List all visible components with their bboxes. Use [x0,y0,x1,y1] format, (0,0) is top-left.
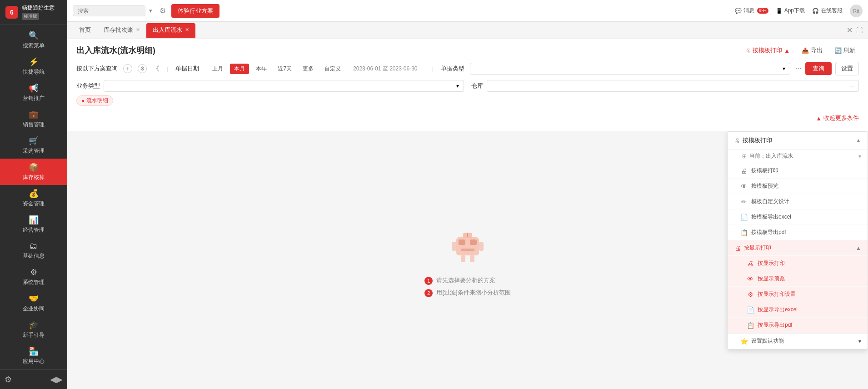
search-chevron-icon[interactable]: ▾ [149,7,152,14]
tag-icon: ● [81,98,85,104]
filter-collapse-icon[interactable]: 《 [152,64,160,74]
print-btn[interactable]: 🖨 按模板打印 ▲ [741,45,793,56]
warehouse-select[interactable]: ··· [487,80,859,92]
sidebar-item-operation[interactable]: 📊 经营管理 [0,211,67,238]
basic-icon: 🗂 [30,241,38,251]
filter-add-btn[interactable]: + [123,64,132,73]
query-btn[interactable]: 查询 [805,62,832,75]
sidebar-label-guide: 新手引导 [23,331,45,339]
set-btn[interactable]: 设置 [835,62,859,75]
star-icon: ⭐ [740,338,748,345]
sidebar-item-cooperation[interactable]: 🤝 企业协同 [0,290,67,316]
sidebar-item-app-center[interactable]: 🏪 应用中心 [0,343,67,369]
dropdown-collapse-icon[interactable]: ▲ [856,137,861,144]
empty-tip-1: 1 请先选择要分析的方案 [424,276,510,285]
dropdown-item-display-print-settings[interactable]: ⚙ 按显示打印设置 [728,287,868,302]
collapse-bar[interactable]: ▲ 收起更多条件 [76,110,859,126]
dropdown-item-template-preview[interactable]: 👁 按模板预览 [728,179,868,194]
sidebar-label-operation: 经营管理 [23,226,45,234]
dropdown-item-template-print[interactable]: 🖨 按模板打印 [728,163,868,179]
display-pdf-icon: 📋 [747,322,754,329]
current-arrow-icon: ▾ [858,153,861,160]
type-label: 单据类型 [441,65,464,73]
template-export-excel-label: 按模板导出excel [751,213,791,221]
current-icon: ⊞ [742,153,747,160]
sidebar-item-finance[interactable]: 💰 资金管理 [0,185,67,211]
tab-home[interactable]: 首页 [73,23,97,38]
tab-batch-ledger-close-icon[interactable]: ✕ [136,27,140,33]
sidebar-label-basic: 基础信息 [23,252,45,260]
biz-type-select[interactable]: ▾ [104,80,464,92]
sidebar-item-quick-nav[interactable]: ⚡ 快捷导航 [0,53,67,80]
app-download-label: App下载 [784,7,805,15]
date-btn-last-month[interactable]: 上月 [208,64,227,74]
operation-icon: 📊 [29,215,39,225]
dropdown-current[interactable]: ⊞ 当前：出入库流水 ▾ [728,150,868,163]
display-print-section-icon: 🖨 [734,244,741,252]
more-dots-icon[interactable]: ··· [796,65,802,73]
tab-batch-ledger[interactable]: 库存批次账 ✕ [97,23,146,38]
sidebar-label-marketing: 营销推广 [23,95,45,102]
dropdown-item-display-export-pdf[interactable]: 📋 按显示导出pdf [728,318,868,333]
dropdown-item-template-export-pdf[interactable]: 📋 按模板导出pdf [728,225,868,240]
topbar-gear-icon[interactable]: ⚙ [160,6,166,15]
app-download-btn[interactable]: 📱 App下载 [776,7,805,15]
online-service-btn[interactable]: 🎧 在线客服 [812,7,843,15]
sidebar-item-marketing[interactable]: 📢 营销推广 [0,80,67,106]
date-btn-more[interactable]: 更多 [299,64,318,74]
svg-rect-6 [452,242,456,251]
dropdown-header: 🖨 按模板打印 ▲ [728,132,868,150]
sidebar-item-system[interactable]: ⚙ 系统管理 [0,264,67,290]
sidebar-item-search[interactable]: 🔍 搜索菜单 [0,27,67,53]
sidebar-item-purchase[interactable]: 🛒 采购管理 [0,132,67,159]
date-btn-this-month[interactable]: 本月 [230,64,249,74]
message-btn[interactable]: 💬 消息 99+ [735,7,768,15]
dropdown-item-set-default[interactable]: ⭐ 设置默认功能 ▾ [728,333,868,349]
avatar[interactable]: Rit [850,5,863,17]
dropdown-item-template-custom[interactable]: ✏ 模板自定义设计 [728,194,868,209]
preview-icon: 👁 [740,183,748,190]
logo-text-block: 畅捷通好生意 标准版 [22,5,55,20]
filter-tag-flow[interactable]: ● 流水明细 [76,95,113,106]
tip-text-1: 请先选择要分析的方案 [436,276,495,284]
biz-type-label: 业务类型 [76,82,100,90]
phone-icon: 📱 [776,8,783,14]
biz-type-group: 业务类型 ▾ [76,80,464,92]
tab-flow[interactable]: 出入库流水 ✕ [146,23,195,38]
search-input[interactable] [73,5,145,16]
industry-btn[interactable]: 体验行业方案 [171,4,219,18]
dropdown-item-display-print[interactable]: 🖨 按显示打印 [728,256,868,271]
dropdown-item-template-export-excel[interactable]: 📄 按模板导出excel [728,209,868,225]
sidebar-item-sales[interactable]: 💼 销售管理 [0,106,67,132]
dropdown-section-display-print[interactable]: 🖨 按显示打印 ▲ [728,240,868,256]
collapse-icon[interactable]: ◀▶ [50,374,63,384]
sidebar-label-search: 搜索菜单 [23,42,45,50]
date-btn-this-year[interactable]: 本年 [252,64,271,74]
system-icon: ⚙ [30,267,37,277]
svg-rect-2 [470,239,477,245]
display-print-settings-label: 按显示打印设置 [758,290,796,298]
export-label: 导出 [811,46,823,55]
sidebar-item-guide[interactable]: 🎓 新手引导 [0,316,67,343]
finance-icon: 💰 [29,189,39,199]
tab-flow-close-icon[interactable]: ✕ [185,27,189,33]
template-preview-label: 按模板预览 [751,182,778,190]
section-arrow-up-icon[interactable]: ▲ [856,245,861,251]
refresh-btn[interactable]: 🔄 刷新 [831,45,859,56]
sidebar-item-inventory[interactable]: 📦 库存核算 [0,159,67,185]
sidebar-item-basic[interactable]: 🗂 基础信息 [0,238,67,264]
dropdown-item-display-export-excel[interactable]: 📄 按显示导出excel [728,302,868,318]
settings-icon[interactable]: ⚙ [5,374,12,384]
warehouse-dots-icon[interactable]: ··· [849,83,854,89]
date-btn-custom[interactable]: 自定义 [320,64,345,74]
cooperation-icon: 🤝 [29,294,39,304]
close-panel-icon[interactable]: ✕ [847,26,853,35]
online-service-label: 在线客服 [821,7,843,15]
dropdown-item-display-preview[interactable]: 👁 按显示预览 [728,271,868,287]
sidebar-item-wechat[interactable]: 💬 企业微信 [0,369,67,369]
expand-icon[interactable]: ⛶ [856,27,863,34]
export-btn[interactable]: 📤 导出 [798,45,826,56]
type-select[interactable]: ▾ [470,63,790,75]
filter-set-btn[interactable]: ⚙ [138,64,147,73]
date-btn-7days[interactable]: 近7天 [274,64,296,74]
